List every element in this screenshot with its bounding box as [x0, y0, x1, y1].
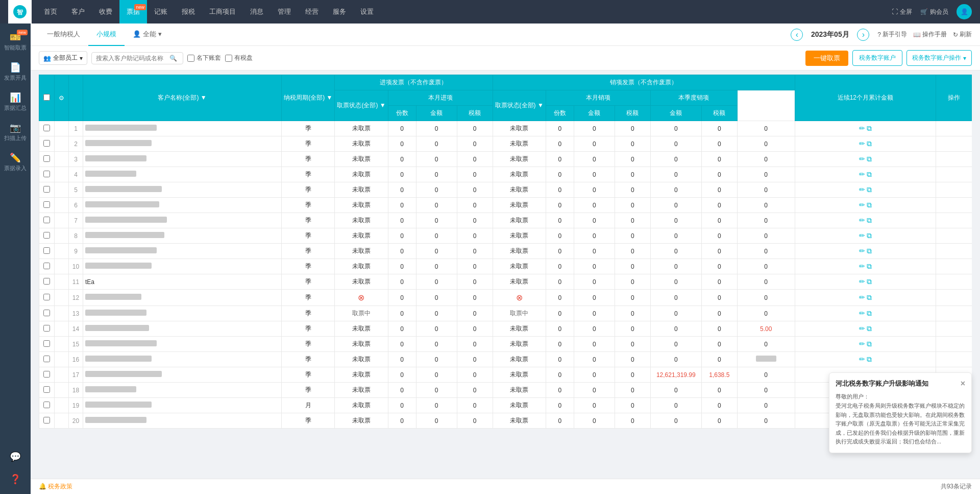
refresh-button[interactable]: ↻ 刷新: [953, 30, 972, 39]
edit-button[interactable]: ✏: [859, 262, 865, 270]
nav-settings[interactable]: 设置: [353, 0, 381, 23]
sidebar-item-smart-ticket[interactable]: 🎫 智能取票 new: [1, 28, 30, 56]
copy-button[interactable]: ⧉: [867, 355, 872, 363]
row-checkbox[interactable]: [43, 294, 50, 300]
th-out-take-status[interactable]: 取票状态(全部) ▼: [493, 90, 546, 121]
select-all-checkbox[interactable]: [43, 94, 50, 101]
edit-button[interactable]: ✏: [859, 216, 865, 224]
row-checkbox[interactable]: [43, 402, 50, 408]
row-checkbox[interactable]: [43, 386, 50, 393]
digital-account-button[interactable]: 税务数字账户: [852, 50, 902, 66]
copy-button[interactable]: ⧉: [867, 124, 872, 132]
row-checkbox[interactable]: [43, 417, 50, 424]
manual-button[interactable]: 📖 操作手册: [913, 30, 947, 39]
user-avatar[interactable]: 👤: [957, 4, 972, 19]
edit-button[interactable]: ✏: [859, 201, 865, 209]
actions-cell: ✏ ⧉: [795, 182, 936, 198]
row-checkbox[interactable]: [43, 140, 50, 147]
row-checkbox[interactable]: [43, 325, 50, 332]
copy-button[interactable]: ⧉: [867, 277, 872, 286]
row-checkbox[interactable]: [43, 278, 50, 285]
nav-customer[interactable]: 客户: [64, 0, 92, 23]
nav-accounting[interactable]: 记账: [147, 0, 175, 23]
new-guide-button[interactable]: ? 新手引导: [877, 30, 907, 39]
edit-button[interactable]: ✏: [859, 155, 865, 163]
copy-button[interactable]: ⧉: [867, 185, 872, 194]
edit-button[interactable]: ✏: [859, 247, 865, 255]
nav-manage[interactable]: 管理: [271, 0, 298, 23]
copy-button[interactable]: ⧉: [867, 262, 872, 270]
edit-button[interactable]: ✏: [859, 340, 865, 348]
row-checkbox[interactable]: [43, 186, 50, 193]
sidebar-item-invoice-summary[interactable]: 📊 票据汇总: [1, 88, 30, 116]
nav-service[interactable]: 服务: [326, 0, 353, 23]
edit-button[interactable]: ✏: [859, 185, 865, 194]
row-checkbox[interactable]: [43, 310, 50, 316]
sidebar-item-message[interactable]: 💬: [1, 447, 30, 467]
copy-button[interactable]: ⧉: [867, 324, 872, 333]
row-checkbox[interactable]: [43, 125, 50, 131]
edit-button[interactable]: ✏: [859, 324, 865, 333]
copy-button[interactable]: ⧉: [867, 231, 872, 240]
search-input[interactable]: [96, 55, 167, 62]
tab-all[interactable]: 👤 全能 ▾: [125, 23, 170, 46]
th-customer-name[interactable]: 客户名称(全部) ▼: [83, 75, 282, 121]
th-tax-period[interactable]: 纳税周期(全部) ▼: [282, 75, 335, 121]
filter-under-account[interactable]: 名下账套: [187, 54, 221, 62]
copy-button[interactable]: ⧉: [867, 293, 872, 301]
table-row: 5季未取票000未取票000000✏ ⧉: [39, 182, 972, 198]
copy-button[interactable]: ⧉: [867, 139, 872, 148]
row-checkbox[interactable]: [43, 247, 50, 254]
edit-button[interactable]: ✏: [859, 309, 865, 317]
date-next-button[interactable]: ›: [857, 29, 869, 41]
fullscreen-button[interactable]: ⛶ 全屏: [892, 8, 912, 16]
sidebar-item-help[interactable]: ❓: [1, 469, 30, 490]
tab-small-scale[interactable]: 小规模: [88, 23, 125, 46]
edit-button[interactable]: ✏: [859, 293, 865, 301]
tab-general-taxpayer[interactable]: 一般纳税人: [39, 23, 88, 46]
copy-button[interactable]: ⧉: [867, 170, 872, 178]
checkbox-has-taxdisk[interactable]: [225, 55, 232, 62]
nav-invoice[interactable]: 票据 new: [119, 0, 147, 23]
digital-account-ops-button[interactable]: 税务数字账户操作 ▾: [906, 50, 972, 66]
nav-message[interactable]: 消息: [243, 0, 271, 23]
row-checkbox[interactable]: [43, 217, 50, 223]
row-checkbox[interactable]: [43, 232, 50, 239]
row-checkbox[interactable]: [43, 340, 50, 347]
row-checkbox[interactable]: [43, 201, 50, 208]
th-in-take-status[interactable]: 取票状态(全部) ▼: [335, 90, 388, 121]
policy-link[interactable]: 🔔 税务政策: [39, 482, 72, 491]
copy-button[interactable]: ⧉: [867, 247, 872, 255]
copy-button[interactable]: ⧉: [867, 201, 872, 209]
nav-tax[interactable]: 报税: [175, 0, 202, 23]
filter-has-taxdisk[interactable]: 有税盘: [225, 54, 253, 62]
nav-business[interactable]: 工商项目: [202, 0, 243, 23]
copy-button[interactable]: ⧉: [867, 216, 872, 224]
edit-button[interactable]: ✏: [859, 231, 865, 240]
sidebar-item-invoice-issue[interactable]: 📄 发票开具: [1, 58, 30, 86]
copy-button[interactable]: ⧉: [867, 340, 872, 348]
sidebar-item-invoice-entry[interactable]: ✏️ 票据录入: [1, 148, 30, 176]
nav-billing[interactable]: 收费: [92, 0, 119, 23]
edit-button[interactable]: ✏: [859, 355, 865, 363]
row-checkbox[interactable]: [43, 263, 50, 269]
edit-button[interactable]: ✏: [859, 170, 865, 178]
nav-operation[interactable]: 经营: [298, 0, 326, 23]
one-click-ticket-button[interactable]: 一键取票: [805, 51, 848, 66]
notification-close-button[interactable]: ×: [961, 379, 965, 388]
employee-select[interactable]: 👥 全部员工 ▾: [39, 51, 87, 65]
copy-button[interactable]: ⧉: [867, 155, 872, 163]
row-checkbox[interactable]: [43, 155, 50, 162]
edit-button[interactable]: ✏: [859, 139, 865, 148]
member-button[interactable]: 🛒 购会员: [920, 8, 948, 16]
sidebar-item-scan-upload[interactable]: 📷 扫描上传: [1, 118, 30, 146]
date-prev-button[interactable]: ‹: [791, 29, 803, 41]
edit-button[interactable]: ✏: [859, 124, 865, 132]
row-checkbox[interactable]: [43, 371, 50, 378]
checkbox-under-account[interactable]: [187, 55, 194, 62]
edit-button[interactable]: ✏: [859, 277, 865, 286]
nav-home[interactable]: 首页: [37, 0, 64, 23]
copy-button[interactable]: ⧉: [867, 309, 872, 317]
row-checkbox[interactable]: [43, 171, 50, 177]
row-checkbox[interactable]: [43, 356, 50, 362]
